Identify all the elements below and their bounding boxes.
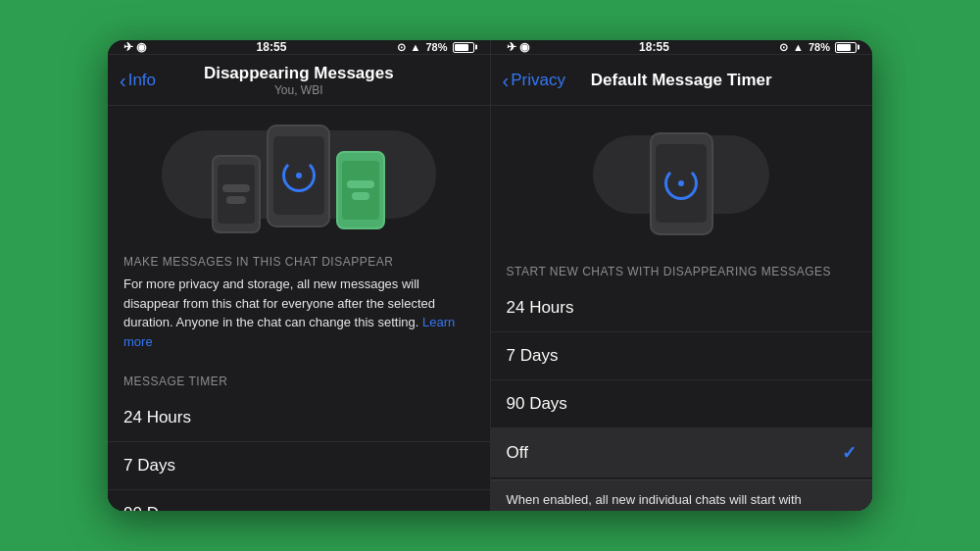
phone-right-screen — [342, 161, 379, 220]
message-bubble-2 — [226, 196, 246, 204]
bottom-description: When enabled, all new individual chats w… — [491, 479, 873, 511]
phone-left-screen — [218, 165, 255, 224]
status-bar: ✈ ◉ 18:55 ⊙ ▲ 78% ✈ ◉ 18:55 ⊙ ▲ 78% — [108, 40, 872, 55]
right-location-icon: ⊙ — [779, 41, 788, 54]
right-panel: ‹ Privacy Default Message Timer — [490, 55, 873, 511]
right-option-7days-label: 7 Days — [507, 346, 559, 366]
right-chevron-icon: ‹ — [503, 71, 510, 90]
right-illustration — [491, 106, 873, 253]
right-single-phone — [650, 132, 713, 235]
right-option-7days[interactable]: 7 Days — [491, 332, 873, 380]
right-title-block: Default Message Timer — [591, 71, 772, 90]
left-option-7days[interactable]: 7 Days — [108, 442, 490, 490]
left-nav-subtitle: You, WBI — [204, 83, 394, 97]
message-bubble-1 — [222, 184, 250, 192]
msg-bubble-right-1 — [347, 180, 374, 188]
right-option-90days[interactable]: 90 Days — [491, 380, 873, 428]
msg-bubble-right-2 — [352, 192, 369, 200]
make-disappear-header: MAKE MESSAGES IN THIS CHAT DISAPPEAR — [108, 243, 490, 275]
phone-left — [212, 155, 261, 233]
left-option-90days-label: 90 D... — [123, 504, 172, 511]
left-nav-title: Disappearing Messages — [204, 64, 394, 83]
right-option-90days-label: 90 Days — [507, 394, 567, 414]
timer-dot — [296, 173, 302, 178]
left-back-label: Info — [128, 71, 156, 90]
right-timer-list: 24 Hours 7 Days 90 Days Off ✓ — [491, 284, 873, 477]
left-option-24hours-label: 24 Hours — [123, 408, 191, 427]
message-timer-header: MESSAGE TIMER — [108, 363, 490, 394]
left-status-bar: ✈ ◉ 18:55 ⊙ ▲ 78% — [108, 40, 490, 54]
right-battery-icon — [835, 42, 857, 53]
right-time: 18:55 — [639, 40, 669, 54]
right-battery-text: 78% — [808, 41, 830, 53]
start-new-chats-header: START NEW CHATS WITH DISAPPEARING MESSAG… — [491, 253, 873, 284]
right-nav-bar: ‹ Privacy Default Message Timer — [491, 55, 873, 106]
checkmark-icon: ✓ — [842, 442, 857, 464]
device-frame: ✈ ◉ 18:55 ⊙ ▲ 78% ✈ ◉ 18:55 ⊙ ▲ 78% — [108, 40, 872, 511]
right-status-bar: ✈ ◉ 18:55 ⊙ ▲ 78% — [490, 40, 873, 54]
right-option-off[interactable]: Off ✓ — [491, 428, 873, 477]
right-status-icons: ⊙ ▲ 78% — [779, 41, 857, 54]
right-panel-content: START NEW CHATS WITH DISAPPEARING MESSAG… — [491, 106, 873, 511]
right-option-off-label: Off — [507, 443, 528, 463]
left-back-button[interactable]: ‹ Info — [120, 71, 156, 90]
left-time: 18:55 — [257, 40, 287, 54]
right-option-24hours-label: 24 Hours — [507, 298, 574, 318]
left-panel: ‹ Info Disappearing Messages You, WBI — [108, 55, 490, 511]
left-option-24hours[interactable]: 24 Hours — [108, 394, 490, 442]
left-status-icons: ⊙ ▲ 78% — [397, 41, 474, 54]
left-location-icon: ⊙ — [397, 41, 406, 54]
right-timer-circle — [664, 167, 698, 200]
left-timer-list: 24 Hours 7 Days 90 D... — [108, 394, 490, 511]
phone-center — [267, 125, 330, 227]
disappear-description: For more privacy and storage, all new me… — [108, 275, 490, 363]
left-illustration — [108, 106, 490, 243]
right-timer-dot — [678, 180, 684, 186]
right-nav-title: Default Message Timer — [591, 71, 772, 90]
panels: ‹ Info Disappearing Messages You, WBI — [108, 55, 872, 511]
left-option-90days[interactable]: 90 D... — [108, 490, 490, 511]
right-phone-screen — [656, 144, 707, 223]
left-panel-content: MAKE MESSAGES IN THIS CHAT DISAPPEAR For… — [108, 106, 490, 511]
left-nav-bar: ‹ Info Disappearing Messages You, WBI — [108, 55, 490, 106]
right-back-button[interactable]: ‹ Privacy — [503, 71, 565, 90]
left-signal-icon: ✈ ◉ — [123, 40, 146, 54]
phones-group — [212, 125, 385, 233]
left-option-7days-label: 7 Days — [123, 456, 175, 476]
left-signal-bars: ▲ — [411, 41, 421, 53]
right-option-24hours[interactable]: 24 Hours — [491, 284, 873, 332]
left-battery-text: 78% — [425, 41, 447, 53]
left-battery-icon — [453, 42, 474, 53]
right-signal-icon: ✈ ◉ — [507, 40, 529, 54]
left-chevron-icon: ‹ — [120, 71, 126, 90]
right-signal-bars: ▲ — [793, 41, 804, 53]
timer-circle-icon — [282, 159, 316, 192]
right-back-label: Privacy — [511, 71, 565, 90]
left-title-block: Disappearing Messages You, WBI — [204, 64, 394, 97]
phone-center-screen — [273, 136, 324, 215]
phone-right — [336, 151, 385, 229]
